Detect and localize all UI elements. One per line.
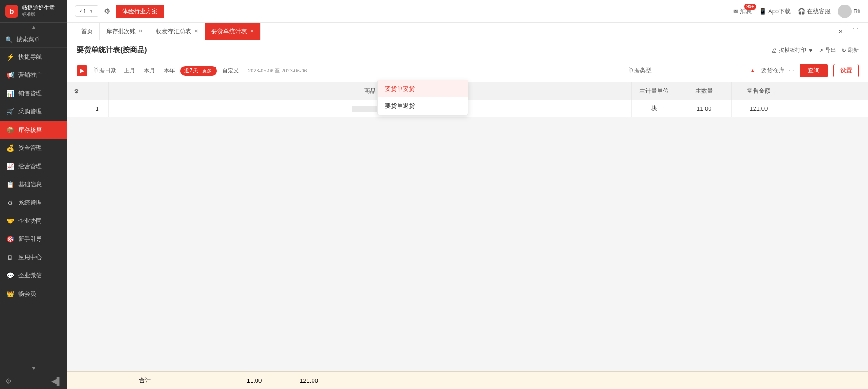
scroll-down-indicator[interactable]: ▼ [0, 363, 67, 373]
sidebar-item-finance[interactable]: 💰 资金管理 [0, 139, 67, 157]
sidebar-item-basic-info-label: 基础信息 [18, 180, 42, 189]
enterprise-icon: 🤝 [5, 216, 15, 225]
sidebar: b 畅捷通好生意 标准版 ▲ 🔍 搜索菜单 ⚡ 快捷导航 📢 营销推广 📊 销售… [0, 0, 67, 389]
sidebar-item-enterprise-label: 企业协同 [18, 217, 42, 225]
filter-bar: ▶ 单据日期 上月 本月 本年 近7天 更多 自定义 2023-05-06 至 … [67, 59, 868, 82]
scroll-up-indicator[interactable]: ▲ [0, 23, 67, 32]
date-opt-prev[interactable]: 上月 [120, 66, 139, 76]
type-filter-input[interactable] [655, 65, 746, 76]
basic-info-icon: 📋 [5, 180, 15, 189]
tab-inventory-batch-close[interactable]: ✕ [139, 28, 143, 34]
page-title: 要货单统计表(按商品) [77, 46, 147, 55]
sidebar-item-system[interactable]: ⚙ 系统管理 [0, 194, 67, 212]
operations-icon: 📈 [5, 162, 15, 171]
sidebar-item-guide-label: 新手引导 [18, 235, 42, 243]
date-opt-current[interactable]: 本月 [140, 66, 159, 76]
sidebar-item-quick-nav[interactable]: ⚡ 快捷导航 [0, 48, 67, 66]
app-download-icon: 📱 [759, 8, 766, 15]
sidebar-item-finance-label: 资金管理 [18, 144, 42, 152]
cell-settings [67, 100, 86, 117]
trial-btn[interactable]: 体验行业方案 [116, 5, 164, 18]
page-content: 要货单统计表(按商品) 🖨 按模板打印 ▼ ↗ 导出 ↻ 刷新 ▶ [67, 40, 868, 389]
topbar-left: 41 ▼ ⚙ 体验行业方案 [75, 5, 164, 18]
col-header-amount: 零售金额 [731, 82, 786, 100]
avatar-img [838, 5, 852, 18]
user-avatar[interactable]: Rit [838, 5, 861, 18]
sidebar-item-operations[interactable]: 📈 经营管理 [0, 157, 67, 175]
col-header-settings[interactable]: ⚙ [67, 82, 86, 100]
sidebar-item-enterprise[interactable]: 🤝 企业协同 [0, 212, 67, 230]
message-icon: ✉ [733, 8, 738, 15]
tabs-expand-btn[interactable]: ⛶ [850, 26, 861, 37]
sidebar-item-wechat-label: 企业微信 [18, 271, 42, 280]
warehouse-label: 要货仓库 [761, 67, 785, 75]
sidebar-item-inventory[interactable]: 📦 库存核算 [0, 121, 67, 139]
print-icon: 🖨 [771, 47, 777, 54]
app-edition: 标准版 [22, 11, 55, 18]
date-opt-year[interactable]: 本年 [160, 66, 179, 76]
scroll-up-arrow[interactable]: ▲ [31, 24, 36, 31]
sidebar-item-sales[interactable]: 📊 销售管理 [0, 84, 67, 102]
dropdown-item-order-goods[interactable]: 要货单要货 [378, 80, 468, 97]
search-menu[interactable]: 🔍 搜索菜单 [0, 32, 67, 48]
col-header-extra [786, 82, 868, 100]
topbar-gear-icon[interactable]: ⚙ [104, 7, 110, 15]
sidebar-item-purchase-label: 采购管理 [18, 107, 42, 116]
tab-order-stats[interactable]: 要货单统计表 ✕ [205, 23, 261, 40]
sidebar-item-purchase[interactable]: 🛒 采购管理 [0, 102, 67, 121]
tab-home[interactable]: 首页 [75, 23, 100, 40]
date-opt-recent7[interactable]: 近7天 更多 [180, 66, 217, 76]
guide-icon: 🎯 [5, 235, 15, 244]
recent-more-badge: 更多 [200, 68, 213, 74]
sidebar-item-appstore[interactable]: 🖥 应用中心 [0, 248, 67, 266]
query-btn[interactable]: 查询 [800, 64, 828, 77]
sidebar-item-system-label: 系统管理 [18, 199, 42, 207]
date-opt-custom[interactable]: 自定义 [219, 66, 242, 76]
tab-inventory-batch[interactable]: 库存批次账 ✕ [100, 23, 149, 40]
type-filter-group: 单据类型 ▲ [628, 65, 755, 76]
sidebar-item-marketing[interactable]: 📢 营销推广 [0, 66, 67, 84]
print-template-btn[interactable]: 🖨 按模板打印 ▼ [771, 46, 813, 54]
export-btn[interactable]: ↗ 导出 [819, 46, 836, 54]
refresh-btn[interactable]: ↻ 刷新 [842, 46, 859, 54]
cell-unit: 块 [631, 100, 677, 117]
sales-icon: 📊 [5, 89, 15, 98]
export-icon: ↗ [819, 47, 823, 54]
page-actions: 🖨 按模板打印 ▼ ↗ 导出 ↻ 刷新 [771, 46, 859, 54]
tab-order-stats-close[interactable]: ✕ [250, 28, 254, 34]
tab-order-stats-label: 要货单统计表 [211, 27, 247, 36]
app-download-btn[interactable]: 📱 App下载 [759, 7, 791, 15]
app-name: 畅捷通好生意 [22, 5, 55, 12]
print-dropdown-icon: ▼ [808, 47, 813, 54]
dropdown-item-order-return[interactable]: 要货单退货 [378, 97, 468, 115]
tab-receivable-summary-close[interactable]: ✕ [194, 28, 198, 34]
sidebar-item-quick-nav-label: 快捷导航 [18, 53, 42, 61]
scroll-down-arrow[interactable]: ▼ [31, 365, 36, 371]
sidebar-nav: ⚡ 快捷导航 📢 营销推广 📊 销售管理 🛒 采购管理 📦 库存核算 💰 资金管… [0, 48, 67, 363]
sidebar-item-member[interactable]: 👑 畅会员 [0, 285, 67, 303]
sidebar-item-guide[interactable]: 🎯 新手引导 [0, 230, 67, 248]
logo-icon: b [5, 5, 18, 18]
cell-qty: 11.00 [677, 100, 731, 117]
sidebar-item-wechat[interactable]: 💬 企业微信 [0, 266, 67, 285]
wechat-icon: 💬 [5, 271, 15, 280]
system-icon: ⚙ [5, 198, 15, 207]
sidebar-item-basic-info[interactable]: 📋 基础信息 [0, 175, 67, 194]
collapse-icon[interactable]: ◀▌ [51, 377, 62, 385]
filter-settings-btn[interactable]: 设置 [833, 64, 859, 77]
table-footer: 合计 11.00 121.00 [67, 371, 868, 389]
tabs-close-all-btn[interactable]: ✕ [835, 26, 846, 37]
online-service-label: 在线客服 [807, 7, 831, 15]
warehouse-more-icon[interactable]: ··· [788, 67, 794, 75]
tab-receivable-summary[interactable]: 收发存汇总表 ✕ [149, 23, 205, 40]
cell-amount: 121.00 [731, 100, 786, 117]
filter-expand-btn[interactable]: ▶ [77, 65, 87, 76]
headset-icon: 🎧 [798, 8, 805, 15]
search-icon: 🔍 [5, 36, 13, 43]
message-btn[interactable]: ✉ 消息 99+ [733, 7, 752, 15]
store-selector[interactable]: 41 ▼ [75, 5, 98, 17]
online-service-btn[interactable]: 🎧 在线客服 [798, 7, 831, 15]
date-filter-label: 单据日期 [93, 67, 117, 75]
type-filter-arrow[interactable]: ▲ [750, 67, 755, 74]
settings-bottom-icon[interactable]: ⚙ [5, 377, 12, 385]
